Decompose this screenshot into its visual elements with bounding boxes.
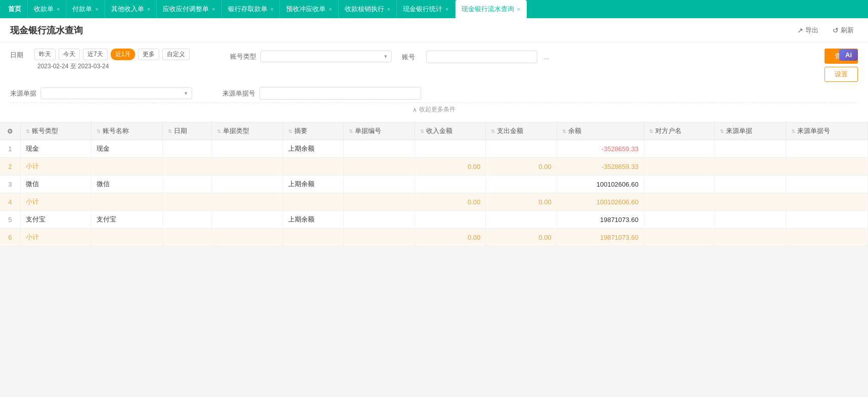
cell-expense	[486, 140, 557, 158]
cell-expense: 0.00	[486, 158, 557, 175]
nav-item-ar-ap-adjust[interactable]: 应收应付调整单 ×	[157, 0, 221, 18]
col-source-docno[interactable]: ⇅来源单据号	[786, 122, 867, 140]
col-acct-name[interactable]: ⇅账号名称	[92, 122, 163, 140]
nav-item-prepay-offset[interactable]: 预收冲应收单 ×	[280, 0, 338, 18]
date-btn-yesterday[interactable]: 昨天	[34, 49, 56, 60]
nav-close-other-income[interactable]: ×	[147, 6, 150, 12]
date-btn-more[interactable]: 更多	[138, 49, 159, 60]
col-date[interactable]: ⇅日期	[162, 122, 212, 140]
nav-receipt-verify-label: 收款核销执行	[345, 5, 384, 14]
col-income[interactable]: ⇅收入金额	[415, 122, 486, 140]
cell-num: 4	[0, 193, 20, 211]
cell-income: 0.00	[415, 193, 486, 211]
account-type-label: 账号类型	[230, 52, 256, 61]
cell-acct-type: 微信	[20, 175, 92, 193]
cell-counterpart	[644, 158, 715, 175]
col-source-doc[interactable]: ⇅来源单据	[715, 122, 786, 140]
account-no-input[interactable]	[426, 51, 537, 63]
col-counterpart[interactable]: ⇅对方户名	[644, 122, 715, 140]
table-row[interactable]: 5 支付宝 支付宝 上期余额 19871073.60	[0, 211, 868, 229]
col-doc-type[interactable]: ⇅单据类型	[212, 122, 283, 140]
collapse-up-icon: ∧	[413, 106, 417, 113]
cell-num: 3	[0, 175, 20, 193]
cell-date	[162, 140, 212, 158]
header-actions: ↗ 导出 ↺ 刷新	[793, 24, 858, 37]
cell-summary	[283, 229, 344, 246]
table-row[interactable]: 3 微信 微信 上期余额 100102606.60	[0, 175, 868, 193]
table-row[interactable]: 4 小计 0.00 0.00 100102606.60	[0, 193, 868, 211]
source-docno-input[interactable]	[259, 87, 421, 100]
date-label: 日期	[10, 51, 30, 60]
cell-income	[415, 211, 486, 229]
cell-counterpart	[644, 193, 715, 211]
export-button[interactable]: ↗ 导出	[793, 24, 823, 37]
cell-balance: 19871073.60	[557, 211, 644, 229]
nav-close-cash-bank-stat[interactable]: ×	[445, 6, 448, 12]
collapse-conditions-bar[interactable]: ∧ 收起更多条件	[10, 103, 858, 116]
account-type-select[interactable]: ▾	[260, 51, 392, 62]
cell-date	[162, 158, 212, 175]
sort-expense: ⇅	[491, 128, 495, 134]
nav-close-receipt[interactable]: ×	[57, 6, 60, 12]
col-balance[interactable]: ⇅余额	[557, 122, 644, 140]
settings-button[interactable]: 设置	[825, 67, 858, 82]
col-gear[interactable]: ⚙	[0, 122, 20, 140]
col-expense[interactable]: ⇅支出金额	[486, 122, 557, 140]
table-row[interactable]: 2 小计 0.00 0.00 -3528659.33	[0, 158, 868, 175]
nav-item-receipt[interactable]: 收款单 ×	[28, 0, 66, 18]
col-doc-no[interactable]: ⇅单据编号	[344, 122, 415, 140]
cell-acct-name	[92, 158, 163, 175]
date-btn-custom[interactable]: 自定义	[162, 49, 190, 60]
refresh-icon: ↺	[833, 26, 839, 34]
cell-acct-name: 现金	[92, 140, 163, 158]
nav-item-other-income[interactable]: 其他收入单 ×	[105, 0, 157, 18]
sort-balance: ⇅	[562, 128, 566, 134]
cell-num: 6	[0, 229, 20, 246]
filter-area: 日期 昨天 今天 近7天 近1月 更多 自定义 2023-02-24 至 202…	[0, 42, 868, 122]
nav-close-bank-deposit[interactable]: ×	[270, 6, 273, 12]
table-header-row: ⚙ ⇅账号类型 ⇅账号名称 ⇅日期 ⇅单据类型 ⇅摘要 ⇅单据编	[0, 122, 868, 140]
nav-item-home[interactable]: 首页	[2, 0, 28, 18]
cell-source-docno	[786, 140, 867, 158]
source-docno-label: 来源单据号	[222, 89, 255, 98]
table-row[interactable]: 1 现金 现金 上期余额 -3528659.33	[0, 140, 868, 158]
cell-balance: -3528659.33	[557, 140, 644, 158]
page-title: 现金银行流水查询	[10, 24, 83, 36]
source-doc-select[interactable]: ▾	[40, 87, 192, 99]
cell-acct-type: 小计	[20, 158, 92, 175]
nav-close-payment[interactable]: ×	[95, 6, 98, 12]
cell-summary	[283, 158, 344, 175]
date-btn-today[interactable]: 今天	[59, 49, 80, 60]
refresh-label: 刷新	[841, 26, 854, 35]
ai-badge[interactable]: Ai	[839, 49, 858, 61]
nav-close-ar-ap[interactable]: ×	[212, 6, 215, 12]
cell-doc-type	[212, 158, 283, 175]
table-row[interactable]: 6 小计 0.00 0.00 19871073.60	[0, 229, 868, 246]
export-label: 导出	[805, 26, 818, 35]
nav-close-prepay[interactable]: ×	[329, 6, 332, 12]
cell-acct-type: 现金	[20, 140, 92, 158]
account-no-label: 账号	[402, 53, 422, 62]
source-doc-label: 来源单据	[10, 89, 36, 98]
nav-item-cash-bank-flow[interactable]: 现金银行流水查询 ×	[455, 0, 527, 18]
nav-item-bank-deposit[interactable]: 银行存取款单 ×	[222, 0, 280, 18]
cell-num: 1	[0, 140, 20, 158]
cell-source-doc	[715, 211, 786, 229]
date-range-display: 2023-02-24 至 2023-03-24	[37, 62, 109, 71]
col-acct-type[interactable]: ⇅账号类型	[20, 122, 92, 140]
cell-doc-no	[344, 229, 415, 246]
nav-close-cash-bank-flow[interactable]: ×	[517, 6, 520, 12]
nav-close-receipt-verify[interactable]: ×	[387, 6, 390, 12]
cell-acct-type: 支付宝	[20, 211, 92, 229]
nav-payment-label: 付款单	[72, 5, 92, 14]
nav-item-cash-bank-stat[interactable]: 现金银行统计 ×	[397, 0, 455, 18]
gear-icon[interactable]: ⚙	[7, 127, 13, 135]
refresh-button[interactable]: ↺ 刷新	[829, 24, 858, 37]
col-summary[interactable]: ⇅摘要	[283, 122, 344, 140]
nav-item-payment[interactable]: 付款单 ×	[66, 0, 105, 18]
date-btn-7days[interactable]: 近7天	[83, 49, 108, 60]
date-btn-1month[interactable]: 近1月	[111, 49, 135, 60]
account-no-more[interactable]: ...	[541, 51, 551, 63]
nav-item-receipt-verify[interactable]: 收款核销执行 ×	[339, 0, 397, 18]
cell-doc-type	[212, 193, 283, 211]
